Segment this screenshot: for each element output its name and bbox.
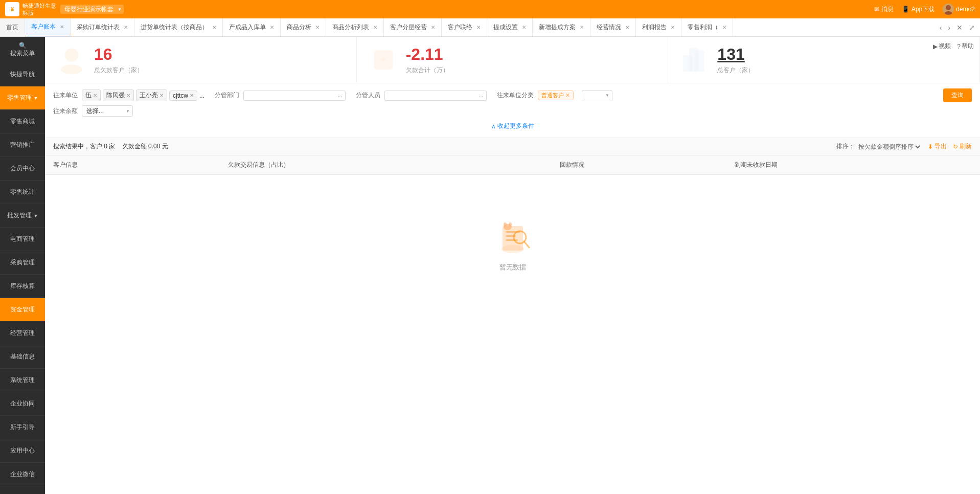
stat-info-total-customers: 131 总客户（家） bbox=[717, 45, 754, 75]
sidebar-item-ecommerce-mgmt[interactable]: 电商管理 bbox=[0, 228, 45, 251]
sidebar-item-member-center[interactable]: 会员中心 bbox=[0, 157, 45, 181]
sort-selector[interactable]: 排序： 按欠款金额倒序排序 bbox=[836, 142, 922, 151]
dept-more-btn[interactable]: ... bbox=[338, 93, 342, 98]
sidebar-item-app-center[interactable]: 应用中心 bbox=[0, 439, 45, 463]
user-menu-btn[interactable]: demo2 bbox=[943, 4, 975, 15]
sidebar-item-business-mgmt[interactable]: 经营管理 bbox=[0, 322, 45, 345]
unit-tag-chen-close[interactable]: ✕ bbox=[126, 93, 130, 98]
tab-purchase-stats-by-product[interactable]: 进货单统计表（按商品） ✕ bbox=[134, 18, 223, 37]
close-tab-business-overview[interactable]: ✕ bbox=[625, 25, 629, 30]
svg-rect-13 bbox=[506, 239, 518, 241]
message-btn[interactable]: ✉ 消息 bbox=[874, 5, 894, 14]
export-btn[interactable]: ⬇ 导出 bbox=[928, 142, 947, 151]
tab-customer-ledger[interactable]: 客户账本 ✕ bbox=[25, 18, 71, 37]
tab-retail-profit[interactable]: 零售利润（ ✕ bbox=[681, 18, 733, 37]
sidebar-item-basic-info[interactable]: 基础信息 bbox=[0, 345, 45, 369]
sidebar-item-purchase-mgmt[interactable]: 采购管理 bbox=[0, 251, 45, 275]
tab-product-analysis[interactable]: 商品分析 ✕ bbox=[281, 18, 326, 37]
tab-customer-tier-mgmt[interactable]: 客户分层经营 ✕ bbox=[384, 18, 442, 37]
video-btn[interactable]: ▶ 视频 bbox=[933, 42, 951, 51]
sidebar-item-enterprise-collab[interactable]: 企业协同 bbox=[0, 392, 45, 416]
tab-purchase-order-stats[interactable]: 采购订单统计表 ✕ bbox=[71, 18, 134, 37]
sidebar-item-marketing[interactable]: 营销推广 bbox=[0, 133, 45, 157]
sort-dropdown[interactable]: 按欠款金额倒序排序 bbox=[856, 143, 922, 151]
tab-customer-contact[interactable]: 客户联络 ✕ bbox=[442, 18, 487, 37]
close-tab-customer-ledger[interactable]: ✕ bbox=[60, 24, 64, 30]
empty-state: 暂无数据 bbox=[45, 175, 980, 313]
classification-select-wrap[interactable] bbox=[582, 90, 612, 101]
person-more-btn[interactable]: ... bbox=[479, 93, 483, 98]
tab-commission-settings[interactable]: 提成设置 ✕ bbox=[487, 18, 533, 37]
nav-next-btn[interactable]: › bbox=[946, 23, 952, 33]
nav-expand-btn[interactable]: ⤢ bbox=[967, 23, 977, 33]
classification-tag-close[interactable]: ✕ bbox=[565, 92, 570, 99]
dept-input[interactable] bbox=[247, 92, 338, 99]
person-filter-input[interactable]: ... bbox=[384, 91, 487, 101]
close-tab-customer-tier-mgmt[interactable]: ✕ bbox=[431, 25, 435, 30]
unit-tag-cjttcw[interactable]: cjttcw ✕ bbox=[169, 91, 197, 101]
dept-filter-label: 分管部门 bbox=[215, 91, 239, 100]
search-icon: 🔍 bbox=[19, 42, 27, 49]
tab-finished-product-storage[interactable]: 产成品入库单 ✕ bbox=[223, 18, 281, 37]
unit-tag-wu-close[interactable]: ✕ bbox=[93, 93, 97, 98]
toolbar-left: 搜索结果中，客户 0 家 欠款金额 0.00 元 bbox=[53, 142, 168, 151]
unit-tag-cjttcw-close[interactable]: ✕ bbox=[190, 93, 194, 98]
stat-icon-debt: ✦ bbox=[369, 46, 398, 74]
unit-tag-wang[interactable]: 王小亮 ✕ bbox=[136, 89, 167, 101]
tab-home[interactable]: 首页 bbox=[0, 18, 25, 37]
svg-text:✦: ✦ bbox=[380, 55, 387, 65]
close-tab-purchase-order-stats[interactable]: ✕ bbox=[124, 25, 128, 30]
close-tab-product-analysis[interactable]: ✕ bbox=[315, 25, 320, 30]
close-tab-add-commission-plan[interactable]: ✕ bbox=[580, 25, 584, 30]
close-tab-finished-product-storage[interactable]: ✕ bbox=[270, 25, 274, 30]
stats-help: ▶ 视频 ? 帮助 bbox=[933, 42, 974, 51]
close-tab-product-analysis-list[interactable]: ✕ bbox=[373, 25, 377, 30]
person-filter-label: 分管人员 bbox=[356, 91, 380, 100]
sidebar-item-retail-stats[interactable]: 零售统计 bbox=[0, 181, 45, 204]
sidebar-item-retail-mgmt[interactable]: 零售管理 ▼ bbox=[0, 86, 45, 110]
nav-prev-btn[interactable]: ‹ bbox=[938, 23, 944, 33]
unit-tag-chen[interactable]: 陈民强 ✕ bbox=[103, 89, 134, 101]
unit-tag-wang-close[interactable]: ✕ bbox=[159, 93, 164, 98]
dept-filter-input[interactable]: ... bbox=[243, 91, 346, 101]
query-button[interactable]: 查询 bbox=[943, 88, 972, 102]
store-selector[interactable]: 母婴行业演示帐套 bbox=[60, 5, 124, 14]
unit-tag-more[interactable]: ... bbox=[199, 92, 204, 99]
top-bar-right: ✉ 消息 📱 App下载 demo2 bbox=[874, 4, 975, 15]
sidebar-item-chang-member[interactable]: 畅会员 bbox=[0, 486, 45, 494]
logo-area: ¥ 畅捷通好生意 标版 bbox=[5, 2, 56, 17]
close-tab-purchase-stats-by-product[interactable]: ✕ bbox=[212, 25, 216, 30]
classification-select[interactable] bbox=[582, 90, 612, 101]
sidebar-item-wholesale-mgmt[interactable]: 批发管理 ▼ bbox=[0, 204, 45, 228]
person-input[interactable] bbox=[388, 92, 479, 99]
sidebar-item-retail-mall[interactable]: 零售商城 bbox=[0, 110, 45, 133]
store-selector-wrap[interactable]: 母婴行业演示帐套 bbox=[60, 5, 124, 14]
sidebar-search[interactable]: 🔍 搜索菜单 bbox=[0, 37, 45, 63]
app-icon: 📱 bbox=[902, 6, 909, 13]
top-bar-left: ¥ 畅捷通好生意 标版 母婴行业演示帐套 bbox=[5, 2, 124, 17]
sidebar-item-finance-mgmt[interactable]: 资金管理 bbox=[0, 298, 45, 322]
sidebar-item-inventory[interactable]: 库存核算 bbox=[0, 275, 45, 298]
sidebar-item-quick-nav[interactable]: 快捷导航 bbox=[0, 63, 45, 86]
collapse-btn[interactable]: ∧ 收起更多条件 bbox=[491, 122, 534, 130]
classification-tag-normal[interactable]: 普通客户 ✕ bbox=[538, 91, 574, 100]
nav-close-all-btn[interactable]: ✕ bbox=[954, 23, 965, 33]
close-tab-customer-contact[interactable]: ✕ bbox=[476, 25, 481, 30]
sidebar-item-newbie-guide[interactable]: 新手引导 bbox=[0, 416, 45, 439]
tab-profit-report[interactable]: 利润报告 ✕ bbox=[636, 18, 681, 37]
sidebar-item-system-mgmt[interactable]: 系统管理 bbox=[0, 369, 45, 392]
sidebar-item-enterprise-wechat[interactable]: 企业微信 bbox=[0, 463, 45, 486]
balance-select[interactable]: 选择... bbox=[82, 105, 133, 117]
app-download-btn[interactable]: 📱 App下载 bbox=[902, 5, 935, 14]
balance-select-wrap[interactable]: 选择... bbox=[82, 105, 133, 117]
refresh-btn[interactable]: ↻ 刷新 bbox=[953, 142, 972, 151]
tab-business-overview[interactable]: 经营情况 ✕ bbox=[590, 18, 636, 37]
close-tab-retail-profit[interactable]: ✕ bbox=[722, 25, 726, 30]
chevron-down-icon: ▼ bbox=[34, 96, 38, 101]
unit-tag-wu[interactable]: 伍 ✕ bbox=[82, 89, 101, 101]
tab-add-commission-plan[interactable]: 新增提成方案 ✕ bbox=[533, 18, 590, 37]
help-btn[interactable]: ? 帮助 bbox=[957, 42, 974, 51]
close-tab-profit-report[interactable]: ✕ bbox=[671, 25, 675, 30]
tab-product-analysis-list[interactable]: 商品分析列表 ✕ bbox=[326, 18, 384, 37]
close-tab-commission-settings[interactable]: ✕ bbox=[522, 25, 526, 30]
